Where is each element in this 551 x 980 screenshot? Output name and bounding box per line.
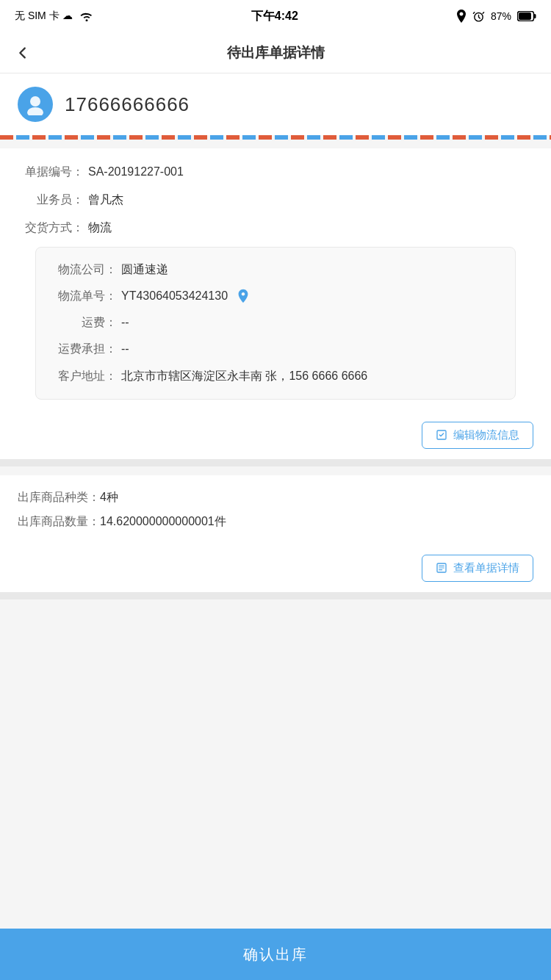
svg-rect-3 (519, 12, 531, 20)
view-detail-button[interactable]: 查看单据详情 (422, 555, 533, 582)
doc-number-value: SA-20191227-001 (88, 163, 533, 181)
freight-bearer-row: 运费承担： -- (51, 340, 500, 358)
status-left: 无 SIM 卡 ☁ (15, 10, 93, 23)
freight-bearer-value: -- (121, 340, 500, 358)
tracking-number: YT43064053424130 (121, 287, 228, 305)
doc-number-label: 单据编号： (18, 163, 84, 181)
edit-icon (436, 429, 447, 441)
battery-icon (517, 11, 536, 21)
wifi-icon (80, 11, 93, 21)
battery-percent: 87% (491, 10, 511, 22)
avatar (18, 87, 53, 122)
goods-section: 出库商品种类： 4种 出库商品数量： 14.620000000000001件 (0, 475, 551, 544)
freight-bearer-label: 运费承担： (51, 340, 117, 358)
map-pin-icon[interactable] (235, 288, 251, 304)
freight-label: 运费： (51, 314, 117, 331)
confirm-button-label: 确认出库 (243, 945, 308, 965)
address-row: 客户地址： 北京市市辖区海淀区永丰南 张，156 6666 6666 (51, 367, 500, 386)
doc-number-row: 单据编号： SA-20191227-001 (18, 163, 533, 181)
delivery-label: 交货方式： (18, 219, 84, 237)
delivery-row: 交货方式： 物流 (18, 219, 533, 237)
logistics-company-row: 物流公司： 圆通速递 (51, 261, 500, 278)
delivery-value: 物流 (88, 219, 533, 237)
salesman-value: 曾凡杰 (88, 191, 533, 209)
confirm-button[interactable]: 确认出库 (0, 929, 551, 980)
salesman-label: 业务员： (18, 191, 84, 209)
section-divider-2 (0, 592, 551, 599)
goods-type-label: 出库商品种类： (18, 490, 100, 505)
view-detail-label: 查看单据详情 (453, 561, 519, 575)
status-bar: 无 SIM 卡 ☁ 下午4:42 87% (0, 0, 551, 32)
logistics-company-label: 物流公司： (51, 261, 117, 278)
logistics-card: 物流公司： 圆通速递 物流单号： YT43064053424130 运费： --… (35, 247, 516, 400)
user-phone: 17666666666 (65, 93, 190, 116)
logistics-tracking-row: 物流单号： YT43064053424130 (51, 287, 500, 305)
goods-quantity-label: 出库商品数量： (18, 514, 100, 530)
goods-type-row: 出库商品种类： 4种 (18, 490, 533, 505)
svg-point-4 (30, 96, 40, 107)
svg-point-5 (27, 107, 43, 115)
nav-bar: 待出库单据详情 (0, 32, 551, 73)
sim-label: 无 SIM 卡 ☁ (15, 10, 73, 23)
edit-btn-row: 编辑物流信息 (0, 411, 551, 459)
freight-value: -- (121, 314, 500, 331)
goods-quantity-row: 出库商品数量： 14.620000000000001件 (18, 514, 533, 530)
freight-row: 运费： -- (51, 314, 500, 331)
edit-logistics-button[interactable]: 编辑物流信息 (422, 422, 533, 449)
document-info-section: 单据编号： SA-20191227-001 业务员： 曾凡杰 交货方式： 物流 … (0, 148, 551, 459)
address-label: 客户地址： (51, 367, 117, 385)
goods-type-value: 4种 (100, 490, 118, 505)
page-title: 待出库单据详情 (227, 43, 325, 62)
status-right: 87% (456, 10, 536, 23)
logistics-company-value: 圆通速递 (121, 261, 500, 278)
salesman-row: 业务员： 曾凡杰 (18, 191, 533, 209)
address-value: 北京市市辖区海淀区永丰南 张，156 6666 6666 (121, 367, 500, 386)
back-button[interactable] (15, 45, 31, 61)
view-detail-row: 查看单据详情 (0, 544, 551, 592)
section-divider-1 (0, 459, 551, 466)
svg-rect-2 (534, 14, 536, 18)
goods-quantity-value: 14.620000000000001件 (100, 514, 226, 530)
tracking-row: YT43064053424130 (117, 287, 251, 305)
dashed-divider (0, 135, 551, 140)
edit-logistics-label: 编辑物流信息 (453, 428, 519, 442)
user-header: 17666666666 (0, 73, 551, 135)
status-time: 下午4:42 (251, 9, 298, 24)
bottom-spacer (0, 599, 551, 710)
location-status-icon (456, 10, 467, 23)
logistics-tracking-label: 物流单号： (51, 287, 117, 305)
alarm-icon (472, 10, 485, 23)
list-icon (436, 562, 447, 574)
